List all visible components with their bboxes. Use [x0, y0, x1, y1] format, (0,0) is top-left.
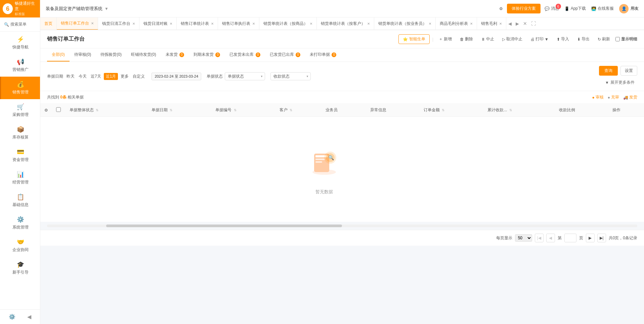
- show-detail-label[interactable]: 显示明细: [615, 36, 637, 42]
- payment-status-select[interactable]: 收款状态: [270, 72, 311, 80]
- sidebar-item-inventory[interactable]: 📦 库存核算: [0, 122, 40, 144]
- sidebar-item-sales[interactable]: 💰 销售管理: [0, 77, 40, 99]
- filter-tab-pending-review[interactable]: 待审核(0): [70, 48, 96, 62]
- filter-tab-all[interactable]: 全部(0): [47, 48, 70, 62]
- per-page-select[interactable]: 50 10 20 100: [515, 234, 532, 242]
- sort-collected-icon[interactable]: ⇅: [509, 108, 512, 112]
- page-first-button[interactable]: |◀: [535, 234, 544, 242]
- app-download-button[interactable]: 📱 App下载: [564, 6, 586, 11]
- horizontal-scrollbar[interactable]: [47, 225, 637, 227]
- filter-tab-unprinted[interactable]: 未打印单据 0: [305, 48, 341, 62]
- refresh-button[interactable]: ↻ 刷新: [595, 35, 613, 44]
- date-more-button[interactable]: 更多: [119, 73, 130, 80]
- select-all-checkbox[interactable]: [56, 107, 61, 112]
- settings-icon-button[interactable]: ⚙: [499, 6, 503, 11]
- tab-close-cash-daily[interactable]: ✕: [132, 22, 135, 26]
- page-number-input[interactable]: 1: [564, 234, 576, 242]
- tab-close-sales-profit[interactable]: ✕: [499, 22, 502, 26]
- date-yesterday-button[interactable]: 昨天: [65, 73, 76, 80]
- date-today-button[interactable]: 今天: [77, 73, 88, 80]
- filter-tab-unshipped[interactable]: 未发货 0: [161, 48, 189, 62]
- page-last-button[interactable]: ▶|: [597, 234, 606, 242]
- tab-home[interactable]: 首页: [40, 17, 57, 30]
- sort-status-icon[interactable]: ⇅: [96, 108, 98, 112]
- smart-create-button[interactable]: ⭐ 智能生单: [398, 34, 430, 44]
- date-custom-button[interactable]: 自定义: [131, 73, 146, 80]
- new-button[interactable]: ＋ 新增: [436, 35, 455, 44]
- show-detail-checkbox[interactable]: [615, 37, 620, 41]
- date-7days-button[interactable]: 近7天: [89, 73, 102, 80]
- tab-close-sales-stat[interactable]: ✕: [211, 22, 214, 26]
- sidebar-item-operations[interactable]: 📊 经营管理: [0, 167, 40, 189]
- print-button[interactable]: 🖨 打印 ▼: [528, 35, 551, 44]
- filter-tab-shipped-no-stock[interactable]: 已发货未出库 0: [225, 48, 265, 62]
- page-next-button[interactable]: ▶: [586, 234, 595, 242]
- delete-button[interactable]: 🗑 删除: [457, 35, 476, 44]
- collapse-button[interactable]: ◀: [27, 314, 31, 320]
- search-menu-area[interactable]: 🔍 搜索菜单: [0, 17, 40, 32]
- online-service-button[interactable]: 👨‍💻 在线客服: [591, 6, 614, 11]
- status-select[interactable]: 单据状态: [225, 72, 265, 80]
- filter-tab-overdue-unshipped[interactable]: 到期未发货 0: [189, 48, 225, 62]
- tab-close-sales-exec[interactable]: ✕: [252, 22, 255, 26]
- sidebar-item-finance[interactable]: 💳 资金管理: [0, 144, 40, 167]
- sidebar-item-purchase[interactable]: 🛒 采购管理: [0, 99, 40, 122]
- sort-customer-icon[interactable]: ⇅: [290, 108, 292, 112]
- tab-goods-margin[interactable]: 商品毛利分析表 ✕: [436, 17, 477, 30]
- sidebar-item-system[interactable]: ⚙️ 系统管理: [0, 212, 40, 234]
- tab-sales-stat-customer[interactable]: 销货单统计表（按客户） ✕: [317, 17, 374, 30]
- tab-scroll-left-button[interactable]: ◀: [506, 17, 514, 30]
- tab-scroll-right-button[interactable]: ▶: [514, 17, 521, 30]
- review-button[interactable]: ● 审核: [592, 94, 604, 100]
- sort-number-icon[interactable]: ⇅: [234, 108, 237, 112]
- tab-close-sales-stat-staff[interactable]: ✕: [429, 22, 431, 26]
- tab-sales-stat-product[interactable]: 销货单统计表（按商品） ✕: [259, 17, 317, 30]
- settings-bottom-button[interactable]: ⚙️: [9, 314, 15, 320]
- tab-sales-profit[interactable]: 销售毛利 ✕: [477, 17, 506, 30]
- tab-sales-stat[interactable]: 销售订单统计表 ✕: [177, 17, 218, 30]
- filter-tab-shipped-out[interactable]: 已发货已出库 0: [265, 48, 305, 62]
- tab-sales-workbench[interactable]: 销售订单工作台 ✕: [57, 17, 98, 30]
- sidebar-label-basic: 基础信息: [12, 202, 29, 208]
- tab-close-goods-margin[interactable]: ✕: [470, 22, 473, 26]
- tab-close-cash-reconcile[interactable]: ✕: [170, 22, 172, 26]
- config-icon[interactable]: ⚙: [44, 108, 48, 113]
- user-area[interactable]: 👤 用友: [619, 4, 639, 13]
- topbar-title-area: 装备及固定资产辅助管理系统 ▼: [46, 6, 495, 12]
- scroll-thumb[interactable]: [106, 225, 342, 227]
- tab-sales-stat-staff[interactable]: 销货单统计表（按业务员） ✕: [374, 17, 436, 30]
- expand-more-button[interactable]: ▼ 展开更多条件: [602, 78, 637, 87]
- tab-close-all-button[interactable]: ✕: [521, 17, 529, 30]
- sidebar-item-enterprise[interactable]: 🤝 企业协同: [0, 234, 40, 257]
- pause-button[interactable]: ⏸ 中止: [478, 35, 497, 44]
- cancel-review-button[interactable]: ● 充审: [608, 94, 619, 100]
- sidebar-item-basic[interactable]: 📋 基础信息: [0, 189, 40, 212]
- page-prev-button[interactable]: ◀: [546, 234, 555, 242]
- filter-tab-wangpu-ship[interactable]: 旺铺待发货(0): [126, 48, 161, 62]
- tab-close-sales-stat-product[interactable]: ✕: [310, 22, 312, 26]
- industry-solution-button[interactable]: 体验行业方案: [507, 4, 541, 13]
- tab-close-sales-stat-customer[interactable]: ✕: [367, 22, 370, 26]
- settings-search-button[interactable]: 设置: [620, 66, 637, 76]
- sort-amount-icon[interactable]: ⇅: [442, 108, 444, 112]
- date-1month-button[interactable]: 近1月: [104, 73, 118, 80]
- message-button[interactable]: 💬 6 消息: [545, 6, 559, 11]
- cancel-pause-button[interactable]: ▷ 取消中止: [500, 35, 525, 44]
- sort-date-icon[interactable]: ⇅: [170, 108, 172, 112]
- sidebar-item-marketing[interactable]: 📢 营销推广: [0, 54, 40, 77]
- import-button[interactable]: ⬆ 导入: [554, 35, 572, 44]
- status-select-wrapper: 单据状态: [225, 72, 265, 80]
- tab-cash-reconcile[interactable]: 钱货日清对账 ✕: [139, 17, 177, 30]
- tab-close-sales-workbench[interactable]: ✕: [91, 22, 94, 25]
- search-menu-button[interactable]: 🔍 搜索菜单: [3, 20, 37, 29]
- tab-sales-exec[interactable]: 销售订单执行表 ✕: [218, 17, 259, 30]
- sidebar-item-quick-nav[interactable]: ⚡ 快捷导航: [0, 32, 40, 54]
- ship-button[interactable]: 🚚 发货: [623, 94, 637, 100]
- filter-tab-pending-inspect[interactable]: 待拣验货(0): [96, 48, 126, 62]
- query-button[interactable]: 查询: [599, 66, 618, 76]
- tab-expand-button[interactable]: ⛶: [529, 17, 538, 30]
- tab-cash-daily[interactable]: 钱货日清工作台 ✕: [98, 17, 139, 30]
- sidebar-item-guide[interactable]: 🎓 新手引导: [0, 257, 40, 279]
- dropdown-arrow-icon: ▼: [104, 6, 109, 11]
- export-button[interactable]: ⬇ 导出: [574, 35, 592, 44]
